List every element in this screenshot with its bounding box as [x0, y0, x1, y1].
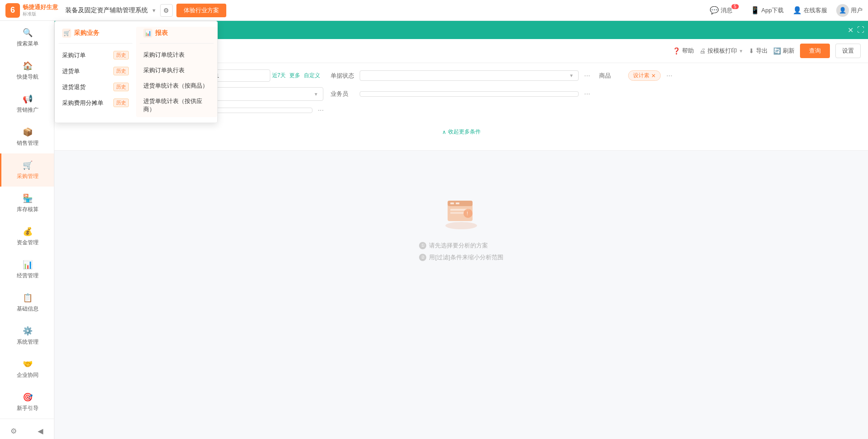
sidebar-label-quick-nav: 快捷导航	[17, 73, 39, 81]
sidebar-label-search: 搜索菜单	[17, 40, 39, 48]
voucher-status-ellipsis[interactable]: ···	[582, 72, 592, 80]
collapse-label: 收起更多条件	[448, 128, 481, 136]
tab-fullscreen-icon[interactable]: ⛶	[857, 26, 864, 34]
menu-item-purchase-expense[interactable]: 采购费用分摊单 历史	[59, 95, 132, 111]
menu-item-purchase-return[interactable]: 进货退货 历史	[59, 79, 132, 95]
system-title-text: 装备及固定资产辅助管理系统	[65, 6, 148, 15]
empty-state: ! ① 请先选择要分析的方案 ② 用[过滤]条件来缩小分析范围	[54, 151, 868, 300]
menu-item-purchase-receive[interactable]: 进货单 历史	[59, 63, 132, 79]
quick-7days[interactable]: 近7天	[272, 72, 286, 79]
beginner-icon: 🎯	[22, 392, 33, 403]
service-icon: 👤	[793, 6, 802, 15]
svg-text:!: !	[467, 211, 468, 216]
menu-report-title: 📊 报表	[140, 27, 214, 44]
query-button[interactable]: 查询	[800, 44, 830, 58]
sidebar-item-enterprise[interactable]: 🤝 企业协同	[0, 352, 54, 385]
salesman-input[interactable]	[360, 91, 579, 97]
empty-tip1: 请先选择要分析的方案	[429, 240, 488, 252]
goods-ellipsis[interactable]: ···	[664, 72, 674, 80]
sidebar-item-capital[interactable]: 💰 资金管理	[0, 220, 54, 253]
sidebar-item-operations[interactable]: 📊 经营管理	[0, 253, 54, 286]
svg-rect-4	[456, 202, 459, 204]
filter-voucher-status: 单据状态 ▼ ···	[331, 70, 592, 81]
salesman-label: 业务员	[331, 90, 356, 98]
svg-point-0	[445, 222, 477, 229]
app-icon: 📱	[751, 6, 760, 15]
menu-item-order-exec[interactable]: 采购订单执行表	[140, 63, 214, 78]
collapse-icon: ∧	[442, 129, 446, 135]
rank-item-arrow: ▼	[314, 92, 318, 97]
avatar: 👤	[836, 4, 849, 17]
settings-button[interactable]: 设置	[835, 44, 861, 58]
goods-label: 商品	[599, 72, 624, 80]
empty-step-2: ② 用[过滤]条件来缩小分析范围	[419, 252, 503, 263]
tab-close-all-icon[interactable]: ✕	[848, 26, 853, 35]
step-dot-2: ②	[419, 254, 426, 261]
sidebar-settings-btn[interactable]: ⚙	[6, 424, 21, 438]
empty-illustration: !	[439, 187, 484, 232]
system-title-dropdown[interactable]: ▼	[151, 8, 156, 13]
sidebar-item-quick-nav[interactable]: 🏠 快捷导航	[0, 54, 54, 87]
voucher-status-input[interactable]: ▼	[360, 70, 579, 81]
menu-item-purchase-order[interactable]: 采购订单 历史	[59, 47, 132, 63]
sidebar-label-operations: 经营管理	[17, 272, 39, 280]
quick-more[interactable]: 更多	[289, 72, 300, 79]
goods-tag-close[interactable]: ✕	[651, 73, 656, 79]
industry-btn[interactable]: 体验行业方案	[176, 4, 226, 17]
purchase-return-label: 进货退货	[62, 83, 86, 91]
menu-item-receive-stats-goods[interactable]: 进货单统计表（按商品）	[140, 78, 214, 94]
print-icon: 🖨	[699, 47, 706, 54]
report-menu-icon: 📊	[143, 29, 152, 38]
refresh-label: 刷新	[783, 47, 795, 55]
customer-ellipsis[interactable]: ···	[316, 106, 326, 114]
sidebar-item-system[interactable]: ⚙️ 系统管理	[0, 319, 54, 352]
sidebar-item-basic-info[interactable]: 📋 基础信息	[0, 286, 54, 319]
help-btn[interactable]: ❓ 帮助	[673, 47, 694, 55]
message-badge: 5	[731, 4, 739, 9]
empty-tip2: 用[过滤]条件来缩小分析范围	[429, 252, 503, 263]
menu-item-order-stats[interactable]: 采购订单统计表	[140, 47, 214, 63]
purchase-menu-icon: 🛒	[62, 29, 71, 38]
svg-rect-3	[450, 202, 454, 204]
goods-tag: 设计素 ✕	[628, 70, 661, 81]
sidebar-item-beginner[interactable]: 🎯 新手引导	[0, 385, 54, 419]
quick-custom[interactable]: 自定义	[304, 72, 320, 79]
user-btn[interactable]: 👤 用户	[836, 4, 863, 17]
sidebar-label-beginner: 新手引导	[17, 404, 39, 412]
sidebar-label-sales: 销售管理	[17, 139, 39, 147]
goods-tag-value: 设计素	[633, 72, 649, 79]
purchase-order-history: 历史	[113, 51, 129, 59]
collapse-btn[interactable]: ∧ 收起更多条件	[62, 123, 861, 140]
salesman-ellipsis[interactable]: ···	[582, 90, 592, 98]
message-btn[interactable]: 💬 消息 5	[710, 6, 741, 15]
menu-col-report: 📊 报表 采购订单统计表 采购订单执行表 进货单统计表（按商品） 进货单统计表（…	[136, 27, 217, 117]
sidebar-item-sales[interactable]: 📦 销售管理	[0, 120, 54, 153]
print-btn[interactable]: 🖨 按模板打印 ▼	[699, 47, 743, 55]
logo-text: 畅捷通好生意 标准版	[23, 4, 58, 17]
receive-stats-supplier-label: 进货单统计表（按供应商）	[143, 97, 210, 113]
sidebar-label-system: 系统管理	[17, 338, 39, 346]
user-label: 用户	[851, 6, 863, 15]
menu-item-receive-stats-supplier[interactable]: 进货单统计表（按供应商）	[140, 94, 214, 117]
enterprise-icon: 🤝	[22, 359, 33, 370]
sidebar-label-enterprise: 企业协同	[17, 371, 39, 379]
brand-name: 畅捷通好生意	[23, 4, 58, 11]
refresh-icon: 🔄	[773, 47, 781, 54]
purchase-icon: 🛒	[22, 160, 33, 171]
purchase-return-history: 历史	[113, 83, 129, 91]
app-download-btn[interactable]: 📱 App下载	[751, 6, 784, 15]
sidebar-item-marketing[interactable]: 📢 营销推广	[0, 87, 54, 120]
purchase-receive-history: 历史	[113, 67, 129, 75]
sidebar-item-search[interactable]: 🔍 搜索菜单	[0, 21, 54, 54]
sidebar: 🔍 搜索菜单 🏠 快捷导航 📢 营销推广 📦 销售管理 🛒 采购管理 🏪 库存核…	[0, 21, 54, 439]
print-arrow-icon[interactable]: ▼	[739, 49, 743, 54]
sidebar-item-inventory[interactable]: 🏪 库存核算	[0, 187, 54, 220]
export-btn[interactable]: ⬇ 导出	[749, 47, 768, 55]
home-icon: 🏠	[22, 60, 33, 71]
sidebar-collapse-btn[interactable]: ◀	[33, 424, 48, 438]
online-service-btn[interactable]: 👤 在线客服	[793, 6, 827, 15]
system-settings-button[interactable]: ⚙	[160, 4, 173, 17]
refresh-btn[interactable]: 🔄 刷新	[773, 47, 795, 55]
sidebar-item-purchase[interactable]: 🛒 采购管理	[0, 153, 54, 187]
empty-step-1: ① 请先选择要分析的方案	[419, 240, 503, 252]
